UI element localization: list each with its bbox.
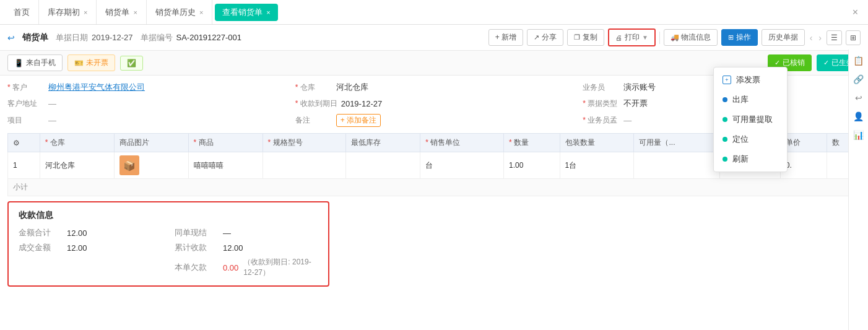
remark-field: 备注 + 添加备注 — [295, 114, 573, 127]
row-index: 1 — [8, 152, 40, 179]
customer-label: 客户 — [7, 82, 45, 93]
operations-dropdown: + 添发票 出库 可用量提取 定位 刷新 — [713, 67, 788, 172]
payment-date-field: 收款到期日 2019-12-27 — [295, 98, 573, 109]
staff-label: 业务员 — [583, 82, 620, 93]
dropdown-locate[interactable]: 定位 — [714, 129, 787, 149]
confirm-icon: ✅ — [127, 59, 136, 67]
refresh-icon — [723, 157, 727, 162]
payment-date-value: 2019-12-27 — [341, 99, 383, 108]
row-unit: 台 — [420, 152, 504, 179]
row-qty: 1.00 — [504, 152, 560, 179]
dropdown-available-qty[interactable]: 可用量提取 — [714, 110, 787, 129]
warehouse-value: 河北仓库 — [336, 82, 368, 93]
col-image: 商品图片 — [114, 134, 188, 152]
tab-sales-history[interactable]: 销货单历史 × — [147, 0, 212, 24]
row-spec — [263, 152, 346, 179]
same-settle-label: 同单现结 — [175, 227, 218, 238]
project-label: 项目 — [7, 115, 45, 126]
row-available — [634, 152, 719, 179]
col-unit: 销售单位 — [420, 134, 504, 152]
summary-same-settle: 同单现结 — — [175, 227, 318, 238]
col-min-stock: 最低库存 — [346, 134, 420, 152]
nav-next[interactable]: › — [817, 33, 823, 43]
date-value: 2019-12-27 — [92, 33, 133, 42]
history-button[interactable]: 历史单据 — [762, 29, 805, 46]
ticket-status-btn[interactable]: 🎫 未开票 — [67, 54, 115, 71]
owed-hint: （收款到期日: 2019-12-27） — [243, 257, 318, 278]
dropdown-refresh[interactable]: 刷新 — [714, 149, 787, 169]
share-button[interactable]: ↗ 分享 — [527, 29, 563, 46]
summary-deal: 成交金额 12.00 — [19, 242, 162, 253]
copy-button[interactable]: ❐ 复制 — [567, 29, 604, 46]
date-label: 单据日期 — [56, 32, 88, 43]
sidebar-icon-user[interactable]: 👤 — [850, 108, 867, 125]
from-phone-btn[interactable]: 📱 来自手机 — [7, 54, 63, 71]
add-remark-btn[interactable]: + 添加备注 — [336, 114, 381, 127]
deal-value: 12.00 — [67, 243, 87, 253]
ticket-icon: 🎫 — [74, 59, 84, 67]
no-value: SA-20191227-001 — [176, 33, 242, 42]
outbound-icon — [723, 97, 727, 102]
customer-field: 客户 柳州粤港平安气体有限公司 — [7, 82, 285, 93]
confirm-btn[interactable]: ✅ — [120, 56, 143, 71]
summary-box: 收款信息 金额合计 12.00 同单现结 — 成交金额 12.00 累计收款 1… — [7, 201, 329, 287]
nav-prev[interactable]: ‹ — [809, 33, 814, 43]
subtotal-row: 小计 — [8, 179, 861, 196]
dropdown-outbound[interactable]: 出库 — [714, 90, 787, 110]
window-close-btn[interactable]: × — [848, 7, 863, 18]
tab-view-sales-close[interactable]: × — [266, 9, 270, 16]
product-image: 📦 — [119, 155, 139, 175]
owed-value: 0.00 — [223, 263, 238, 272]
summary-total-label: 金额合计 — [19, 227, 62, 238]
view-toggle-grid[interactable]: ⊞ — [846, 30, 861, 45]
row-pkg-qty: 1台 — [560, 152, 634, 179]
tab-view-sales[interactable]: 查看销货单 × — [215, 4, 277, 21]
col-product: 商品 — [188, 134, 263, 152]
collected-label: 累计收款 — [175, 242, 218, 253]
col-pkg-qty: 包装数量 — [560, 134, 634, 152]
tab-home[interactable]: 首页 — [5, 0, 39, 24]
same-settle-value: — — [223, 228, 231, 238]
tab-sales-close[interactable]: × — [133, 9, 137, 16]
summary-owed — [19, 257, 162, 278]
tab-sales[interactable]: 销货单 × — [97, 0, 146, 24]
tab-inventory[interactable]: 库存期初 × — [39, 0, 97, 24]
print-button[interactable]: 🖨 打印 ▼ — [608, 28, 656, 46]
warehouse-field: 仓库 河北仓库 — [295, 82, 573, 93]
summary-collected: 累计收款 12.00 — [175, 242, 318, 253]
summary-title: 收款信息 — [19, 210, 318, 221]
sidebar-icon-undo[interactable]: ↩ — [850, 89, 867, 106]
new-button[interactable]: + 新增 — [488, 29, 523, 46]
no-label: 单据编号 — [141, 32, 173, 43]
tab-bar: 首页 库存期初 × 销货单 × 销货单历史 × 查看销货单 × × — [0, 0, 868, 25]
sidebar-icon-link[interactable]: 🔗 — [850, 71, 867, 88]
ops-button[interactable]: ⊞ 操作 — [721, 29, 757, 46]
sidebar-icon-chart[interactable]: 📊 — [850, 126, 867, 144]
summary-total: 金额合计 12.00 — [19, 227, 162, 238]
warehouse-label: 仓库 — [295, 82, 332, 93]
add-invoice-icon: + — [723, 76, 731, 84]
sidebar-icon-doc[interactable]: 📋 — [850, 52, 867, 69]
ticket-value: 不开票 — [623, 98, 648, 109]
address-field: 客户地址 — — [7, 98, 285, 109]
customer-value[interactable]: 柳州粤港平安气体有限公司 — [48, 82, 145, 93]
ticket-label: 票据类型 — [583, 98, 620, 109]
view-toggle-list[interactable]: ☰ — [827, 30, 842, 45]
main-content: ↩ 销货单 单据日期 2019-12-27 单据编号 SA-20191227-0… — [0, 25, 868, 330]
row-min-stock — [346, 152, 420, 179]
tab-sales-history-close[interactable]: × — [199, 9, 203, 16]
sales-value: — — [623, 116, 631, 125]
col-settings[interactable]: ⚙ — [8, 134, 40, 152]
right-sidebar: 📋 🔗 ↩ 👤 📊 ⤢ — [848, 50, 868, 330]
tab-inventory-close[interactable]: × — [84, 9, 87, 16]
logistics-button[interactable]: 🚚 物流信息 — [664, 29, 718, 46]
project-field: 项目 — — [7, 114, 285, 127]
collected-value: 12.00 — [223, 243, 243, 253]
dropdown-add-invoice[interactable]: + 添发票 — [714, 70, 787, 90]
remark-label: 备注 — [295, 115, 332, 126]
summary-grid: 金额合计 12.00 同单现结 — 成交金额 12.00 累计收款 12.00 … — [19, 227, 318, 278]
sales-label: 业务员孟 — [583, 115, 620, 126]
deal-label: 成交金额 — [19, 242, 62, 253]
toolbar: + 新增 ↗ 分享 ❐ 复制 🖨 打印 ▼ 🚚 物流信息 ⊞ 操作 — [488, 28, 861, 46]
available-qty-icon — [723, 117, 727, 122]
